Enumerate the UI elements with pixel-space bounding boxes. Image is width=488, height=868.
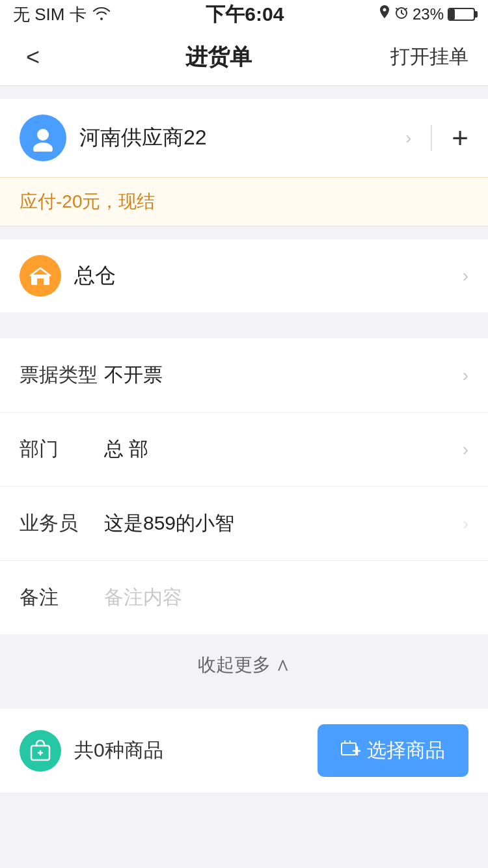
dept-label: 部门 [20, 436, 104, 463]
svg-rect-4 [37, 278, 44, 285]
salesman-chevron-icon: › [463, 513, 468, 534]
supplier-card: 河南供应商22 › + 应付-20元，现结 [0, 99, 488, 226]
battery-icon [448, 8, 475, 21]
salesman-label: 业务员 [20, 510, 104, 537]
dept-value: 总 部 [104, 436, 463, 463]
warehouse-chevron-icon: › [463, 265, 468, 286]
dept-chevron-icon: › [463, 439, 468, 460]
section-gap-1 [0, 86, 488, 99]
salesman-value: 这是859的小智 [104, 510, 463, 537]
wifi-icon [92, 5, 111, 25]
section-gap-2 [0, 226, 488, 239]
svg-rect-6 [342, 743, 356, 755]
product-icon [20, 730, 61, 772]
location-icon [379, 5, 390, 23]
warehouse-row[interactable]: 总仓 › [0, 239, 488, 312]
select-product-button[interactable]: 选择商品 [318, 724, 468, 777]
note-row[interactable]: 备注 备注内容 [0, 561, 488, 634]
select-product-label: 选择商品 [367, 737, 445, 764]
supplier-name: 河南供应商22 [79, 124, 405, 152]
status-left: 无 SIM 卡 [13, 3, 111, 26]
supplier-chevron-icon: › [405, 128, 411, 148]
status-right: 23% [379, 5, 475, 23]
note-label: 备注 [20, 584, 104, 611]
time-label: 下午6:04 [206, 1, 284, 28]
warehouse-name: 总仓 [74, 262, 463, 290]
supplier-divider [431, 125, 432, 151]
svg-point-2 [33, 142, 53, 152]
form-section: 票据类型 不开票 › 部门 总 部 › 业务员 这是859的小智 › 备注 备注… [0, 338, 488, 634]
svg-point-1 [37, 129, 49, 141]
back-button[interactable]: < [20, 37, 46, 77]
supplier-avatar [20, 115, 66, 161]
alarm-icon [394, 5, 409, 23]
notice-text: 应付-20元，现结 [20, 191, 155, 211]
salesman-row[interactable]: 业务员 这是859的小智 › [0, 487, 488, 561]
collapse-row[interactable]: 收起更多 ∧ [0, 634, 488, 696]
page-filler [0, 793, 488, 868]
note-placeholder: 备注内容 [104, 584, 468, 611]
battery-percent: 23% [413, 5, 444, 23]
nav-bar: < 进货单 打开挂单 [0, 29, 488, 86]
status-bar: 无 SIM 卡 下午6:04 23% [0, 0, 488, 29]
add-supplier-button[interactable]: + [452, 124, 468, 152]
select-product-icon [341, 740, 360, 762]
notice-banner: 应付-20元，现结 [0, 177, 488, 226]
product-bar: 共0种商品 选择商品 [0, 709, 488, 793]
invoice-chevron-icon: › [463, 365, 468, 386]
carrier-label: 无 SIM 卡 [13, 3, 87, 26]
warehouse-icon [20, 255, 61, 297]
dept-row[interactable]: 部门 总 部 › [0, 413, 488, 487]
product-count: 共0种商品 [74, 737, 318, 764]
open-pending-button[interactable]: 打开挂单 [390, 44, 468, 70]
supplier-row[interactable]: 河南供应商22 › + [0, 99, 488, 177]
collapse-label: 收起更多 ∧ [198, 653, 291, 677]
section-gap-3 [0, 312, 488, 325]
page-title: 进货单 [185, 42, 252, 72]
invoice-label: 票据类型 [20, 362, 104, 388]
invoice-value: 不开票 [104, 362, 463, 388]
warehouse-card: 总仓 › [0, 239, 488, 312]
invoice-row[interactable]: 票据类型 不开票 › [0, 338, 488, 413]
section-gap-4 [0, 696, 488, 709]
